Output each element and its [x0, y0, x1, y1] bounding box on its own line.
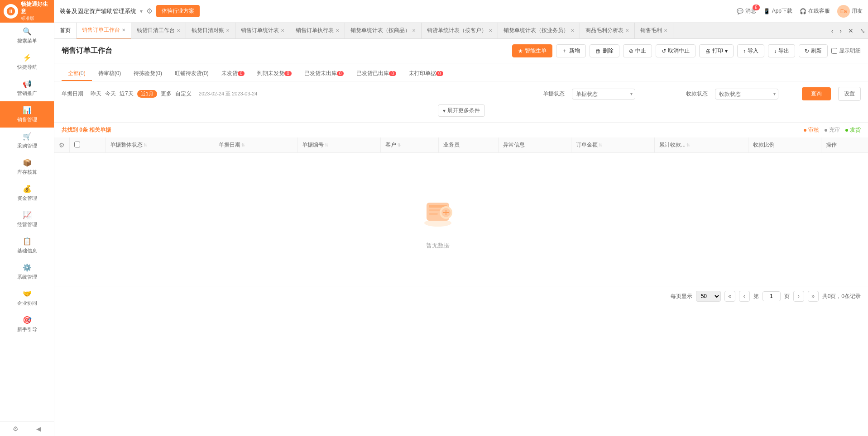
date-opt-today[interactable]: 今天 — [105, 90, 116, 98]
settings-small-btn[interactable]: 设置 — [838, 87, 861, 101]
subtab-all[interactable]: 全部(0) — [62, 67, 92, 81]
expand-conditions-btn[interactable]: ▾ 展开更多条件 — [438, 104, 485, 117]
tab-home[interactable]: 首页 — [54, 23, 77, 39]
last-page-btn[interactable]: » — [808, 291, 819, 302]
tab-close-all-btn[interactable]: ✕ — [845, 27, 856, 34]
subtab-pending-audit[interactable]: 待审核(0) — [92, 67, 128, 81]
tab-sales-staff-stats[interactable]: 销货单统计表（按业务员） ✕ — [498, 23, 580, 39]
batch-audit-btn[interactable]: 审核 — [804, 126, 819, 134]
sidebar-item-purchase[interactable]: 🛒 采购管理 — [0, 128, 54, 154]
cancel-stop-btn[interactable]: ↺ 取消中止 — [656, 44, 695, 57]
sidebar-item-quick-nav[interactable]: ⚡ 快捷导航 — [0, 49, 54, 75]
th-received-sort[interactable]: 累计收款... ⇅ — [659, 141, 743, 149]
sidebar-item-sales[interactable]: 📊 销售管理 — [0, 101, 54, 128]
import-btn[interactable]: ↑ 导入 — [737, 44, 764, 57]
tab-sales-stats[interactable]: 销售订单统计表 ✕ — [235, 23, 290, 39]
sidebar-item-system[interactable]: ⚙️ 系统管理 — [0, 259, 54, 285]
tab-prev-btn[interactable]: ‹ — [829, 27, 836, 34]
th-number-sort[interactable]: 单据编号 ⇅ — [302, 141, 376, 149]
payment-select[interactable]: 收款状态 — [715, 89, 778, 100]
tab-close-sales-customer[interactable]: ✕ — [489, 28, 492, 33]
tab-sales-margin[interactable]: 销售毛利 ✕ — [635, 23, 673, 39]
tab-sales-order-workbench[interactable]: 销售订单工作台 ✕ — [77, 23, 131, 39]
next-page-btn[interactable]: › — [793, 291, 804, 302]
page-wrapper: 销售订单工作台 ★ 智能生单 ＋ 新增 🗑 删除 ⊘ — [54, 39, 868, 436]
tab-close-sales-order[interactable]: ✕ — [122, 28, 125, 33]
sidebar-item-finance[interactable]: 💰 资金管理 — [0, 180, 54, 206]
subtab-not-printed[interactable]: 未打印单据0 — [403, 67, 450, 81]
th-amount-sort[interactable]: 订单金额 ⇅ — [576, 141, 650, 149]
ai-generate-btn[interactable]: ★ 智能生单 — [512, 44, 552, 57]
sidebar-item-operations[interactable]: 📈 经营管理 — [0, 206, 54, 232]
date-opt-more[interactable]: 更多 — [161, 90, 172, 98]
subtab-pending-check[interactable]: 待拣验货(0) — [127, 67, 168, 81]
sidebar-item-cooperation[interactable]: 🤝 企业协同 — [0, 285, 54, 311]
date-opt-custom[interactable]: 自定义 — [175, 90, 192, 98]
th-date-label: 单据日期 — [219, 141, 240, 149]
tab-next-btn[interactable]: › — [837, 27, 844, 34]
header-settings-btn[interactable]: ⚙ — [146, 7, 153, 15]
sub-tabs: 全部(0) 待审核(0) 待拣验货(0) 旺铺待发货(0) 未发货0 到期未发货… — [54, 63, 868, 81]
th-date-sort[interactable]: 单据日期 ⇅ — [219, 141, 293, 149]
user-menu[interactable]: Ea 用友 — [837, 5, 863, 18]
per-page-select[interactable]: 50 100 — [696, 291, 721, 302]
system-dropdown-btn[interactable]: ▾ — [140, 8, 143, 14]
sidebar-item-inventory[interactable]: 📦 库存核算 — [0, 154, 54, 180]
tab-sales-exec[interactable]: 销售订单执行表 ✕ — [290, 23, 345, 39]
delete-btn[interactable]: 🗑 删除 — [590, 44, 619, 57]
subtab-not-shipped[interactable]: 未发货0 — [215, 67, 251, 81]
sidebar-item-guide[interactable]: 🎯 新手引导 — [0, 311, 54, 337]
refresh-btn[interactable]: ↻ 刷新 — [799, 44, 828, 57]
industry-btn[interactable]: 体验行业方案 — [156, 5, 200, 17]
tab-sales-customer-stats[interactable]: 销货单统计表（按客户） ✕ — [422, 23, 498, 39]
tab-close-cash-reconcile[interactable]: ✕ — [226, 28, 230, 33]
th-number: 单据编号 ⇅ — [297, 137, 380, 153]
batch-cancel-btn[interactable]: 充审 — [825, 126, 840, 134]
th-customer-sort[interactable]: 客户 ⇅ — [385, 141, 434, 149]
tab-close-sales-product[interactable]: ✕ — [412, 28, 416, 33]
tab-cash-daily[interactable]: 钱货日清工作台 ✕ — [131, 23, 186, 39]
date-opt-1month[interactable]: 近1月 — [137, 90, 157, 98]
select-all-checkbox[interactable] — [74, 142, 80, 147]
first-page-btn[interactable]: « — [724, 291, 735, 302]
show-detail-checkbox[interactable] — [831, 48, 837, 54]
export-btn[interactable]: ↓ 导出 — [768, 44, 795, 57]
page-input[interactable] — [762, 291, 781, 301]
tab-close-sales-stats[interactable]: ✕ — [281, 28, 284, 33]
print-btn[interactable]: 🖨 打印 ▾ — [699, 44, 734, 57]
tab-close-cash-daily[interactable]: ✕ — [177, 28, 180, 33]
sidebar-settings-btn[interactable]: ⚙ — [13, 425, 19, 432]
tab-close-sales-margin[interactable]: ✕ — [664, 28, 667, 33]
tab-close-margin[interactable]: ✕ — [625, 28, 629, 33]
tab-close-sales-staff[interactable]: ✕ — [571, 28, 574, 33]
sidebar-item-basic-info[interactable]: 📋 基础信息 — [0, 232, 54, 259]
sidebar-item-marketing[interactable]: 📢 营销推广 — [0, 75, 54, 101]
message-btn[interactable]: 💬 6 消息 — [737, 7, 756, 15]
subtab-shipped-out[interactable]: 已发货已出库0 — [350, 67, 403, 81]
th-number-label: 单据编号 — [302, 141, 324, 149]
tab-close-sales-exec[interactable]: ✕ — [336, 28, 339, 33]
date-opt-yesterday[interactable]: 昨天 — [91, 90, 101, 98]
stop-btn[interactable]: ⊘ 中止 — [623, 44, 652, 57]
app-version: 标准版 — [21, 15, 50, 22]
th-status-sort[interactable]: 单据整体状态 ⇅ — [110, 141, 209, 149]
sidebar-item-search[interactable]: 🔍 搜索菜单 — [0, 23, 54, 49]
add-btn[interactable]: ＋ 新增 — [556, 44, 586, 57]
online-service-btn[interactable]: 🎧 在线客服 — [800, 7, 830, 15]
tab-bar: 首页 销售订单工作台 ✕ 钱货日清工作台 ✕ 钱货日清对账 ✕ 销售订单统计表 … — [54, 23, 868, 39]
prev-page-btn[interactable]: ‹ — [739, 291, 750, 302]
subtab-wangpu-ship[interactable]: 旺铺待发货(0) — [168, 67, 215, 81]
subtab-overdue-ship[interactable]: 到期未发货0 — [251, 67, 298, 81]
table-settings-icon[interactable]: ⚙ — [59, 142, 65, 149]
subtab-shipped-not-out[interactable]: 已发货未出库0 — [298, 67, 350, 81]
tab-sales-product-stats[interactable]: 销货单统计表（按商品） ✕ — [345, 23, 422, 39]
tab-margin-analysis[interactable]: 商品毛利分析表 ✕ — [580, 23, 635, 39]
date-opt-7days[interactable]: 近7天 — [120, 90, 134, 98]
batch-ship-btn[interactable]: 发货 — [845, 126, 861, 134]
query-btn[interactable]: 查询 — [802, 87, 831, 100]
tab-cash-reconcile[interactable]: 钱货日清对账 ✕ — [186, 23, 235, 39]
status-select[interactable]: 单据状态 — [572, 89, 635, 100]
tab-expand-btn[interactable]: ⤡ — [857, 27, 868, 34]
sidebar-collapse-btn[interactable]: ◀ — [36, 425, 41, 432]
app-download-btn[interactable]: 📱 App下载 — [763, 7, 792, 15]
